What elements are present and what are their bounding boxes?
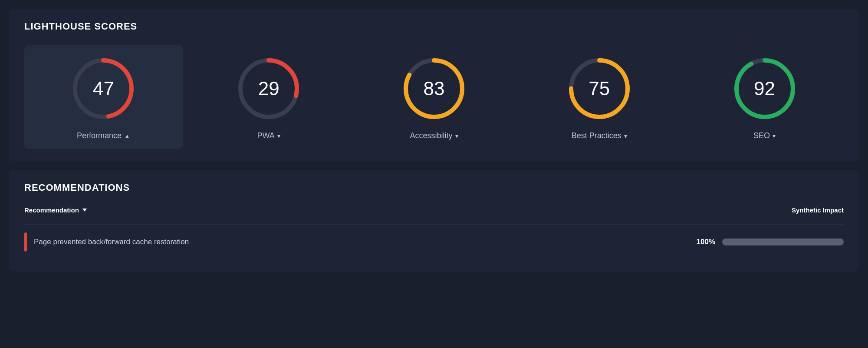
chevron-seo: ▾ <box>773 133 776 139</box>
recommendation-row: Page prevented back/forward cache restor… <box>24 224 844 259</box>
score-card-pwa[interactable]: 29 PWA ▾ <box>190 45 348 149</box>
score-label-performance: Performance ▲ <box>77 131 130 140</box>
rec-indicator <box>24 232 27 252</box>
scores-container: 47 Performance ▲ 29 PWA ▾ 83 Accessibili… <box>24 45 844 149</box>
recommendations-list: Page prevented back/forward cache restor… <box>24 224 844 259</box>
score-value-accessibility: 83 <box>424 78 445 99</box>
recommendations-section: RECOMMENDATIONS Recommendation Synthetic… <box>9 170 859 272</box>
rec-percent: 100% <box>689 238 715 246</box>
circle-best-practices: 75 <box>565 54 634 123</box>
lighthouse-scores-section: LIGHTHOUSE SCORES 47 Performance ▲ 29 PW… <box>9 9 859 161</box>
chevron-pwa: ▾ <box>277 133 280 139</box>
score-value-performance: 47 <box>93 78 114 99</box>
impact-col-header: Synthetic Impact <box>792 206 844 214</box>
rec-bar-container <box>722 239 844 245</box>
chevron-performance: ▲ <box>124 133 130 139</box>
chevron-best-practices: ▾ <box>624 133 627 139</box>
score-label-best-practices: Best Practices ▾ <box>572 131 627 140</box>
recommendation-col-header: Recommendation <box>24 206 87 214</box>
circle-seo: 92 <box>730 54 799 123</box>
sort-arrow-icon[interactable] <box>82 209 87 212</box>
score-card-accessibility[interactable]: 83 Accessibility ▾ <box>355 45 513 149</box>
score-value-seo: 92 <box>754 78 775 99</box>
chevron-accessibility: ▾ <box>455 133 458 139</box>
score-label-pwa: PWA ▾ <box>257 131 280 140</box>
recommendations-title: RECOMMENDATIONS <box>24 182 844 193</box>
circle-pwa: 29 <box>234 54 303 123</box>
circle-performance: 47 <box>69 54 138 123</box>
rec-bar-fill <box>722 239 844 245</box>
score-label-seo: SEO ▾ <box>753 131 776 140</box>
score-card-performance[interactable]: 47 Performance ▲ <box>24 45 183 149</box>
score-card-seo[interactable]: 92 SEO ▾ <box>685 45 844 149</box>
score-card-best-practices[interactable]: 75 Best Practices ▾ <box>520 45 678 149</box>
score-value-pwa: 29 <box>258 78 279 99</box>
lighthouse-title: LIGHTHOUSE SCORES <box>24 21 844 32</box>
circle-accessibility: 83 <box>399 54 469 123</box>
score-label-accessibility: Accessibility ▾ <box>410 131 458 140</box>
rec-text: Page prevented back/forward cache restor… <box>34 238 689 246</box>
score-value-best-practices: 75 <box>589 78 610 99</box>
recommendations-header: Recommendation Synthetic Impact <box>24 206 844 217</box>
